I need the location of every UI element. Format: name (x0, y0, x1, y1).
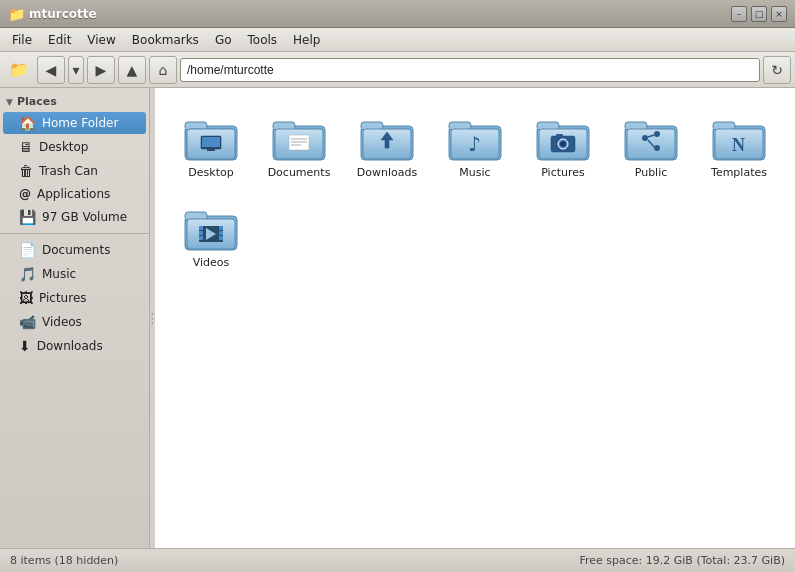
sidebar: ▼ Places 🏠 Home Folder 🖥 Desktop 🗑 Trash… (0, 88, 150, 548)
file-label-public: Public (635, 166, 668, 180)
history-dropdown-button[interactable]: ▾ (68, 56, 84, 84)
sidebar-item-applications-label: Applications (37, 187, 110, 201)
places-section-label: Places (17, 95, 57, 108)
svg-rect-45 (199, 226, 203, 230)
folder-documents-icon (271, 110, 327, 166)
svg-point-32 (642, 135, 648, 141)
sidebar-divider (0, 233, 149, 234)
svg-rect-47 (199, 236, 203, 240)
file-item-desktop[interactable]: Desktop (171, 104, 251, 186)
music-icon: 🎵 (19, 266, 36, 282)
downloads-icon: ⬇ (19, 338, 31, 354)
svg-point-34 (654, 145, 660, 151)
file-grid: Desktop (171, 104, 779, 277)
file-label-desktop: Desktop (188, 166, 233, 180)
svg-rect-48 (219, 226, 223, 230)
svg-rect-28 (556, 134, 563, 138)
file-area: Desktop (155, 88, 795, 548)
close-button[interactable]: × (771, 6, 787, 22)
sidebar-item-volume-label: 97 GB Volume (42, 210, 127, 224)
svg-rect-46 (199, 231, 203, 235)
app-icon: 📁 (8, 6, 25, 22)
menu-bar: File Edit View Bookmarks Go Tools Help (0, 28, 795, 52)
sidebar-resizer[interactable] (150, 88, 155, 548)
folder-templates-icon: N (711, 110, 767, 166)
file-label-videos: Videos (193, 256, 230, 270)
folder-public-icon (623, 110, 679, 166)
places-section-header[interactable]: ▼ Places (0, 92, 149, 111)
svg-rect-50 (219, 236, 223, 240)
svg-text:♪: ♪ (468, 132, 481, 156)
sidebar-item-applications[interactable]: @ Applications (3, 184, 146, 204)
file-item-templates[interactable]: N Templates (699, 104, 779, 186)
back-button[interactable]: ◀ (37, 56, 65, 84)
maximize-button[interactable]: □ (751, 6, 767, 22)
documents-icon: 📄 (19, 242, 36, 258)
folder-downloads-icon (359, 110, 415, 166)
title-bar: 📁 mturcotte – □ × (0, 0, 795, 28)
file-label-templates: Templates (711, 166, 767, 180)
sidebar-item-pictures-label: Pictures (39, 291, 87, 305)
file-item-public[interactable]: Public (611, 104, 691, 186)
applications-icon: @ (19, 187, 31, 201)
file-item-documents[interactable]: Documents (259, 104, 339, 186)
svg-point-27 (560, 141, 566, 147)
home-icon: 🏠 (19, 115, 36, 131)
minimize-button[interactable]: – (731, 6, 747, 22)
volume-icon: 💾 (19, 209, 36, 225)
location-icon: 📁 (4, 56, 34, 84)
file-item-music[interactable]: ♪ Music (435, 104, 515, 186)
sidebar-item-home[interactable]: 🏠 Home Folder (3, 112, 146, 134)
svg-rect-49 (219, 231, 223, 235)
sidebar-item-videos[interactable]: 📹 Videos (3, 311, 146, 333)
menu-tools[interactable]: Tools (240, 31, 286, 49)
file-label-downloads: Downloads (357, 166, 417, 180)
home-button[interactable]: ⌂ (149, 56, 177, 84)
status-bar: 8 items (18 hidden) Free space: 19.2 GiB… (0, 548, 795, 572)
sidebar-item-downloads[interactable]: ⬇ Downloads (3, 335, 146, 357)
sidebar-item-music-label: Music (42, 267, 76, 281)
address-input[interactable] (180, 58, 760, 82)
menu-bookmarks[interactable]: Bookmarks (124, 31, 207, 49)
svg-rect-5 (202, 137, 220, 147)
svg-rect-6 (207, 149, 215, 151)
sidebar-item-trash-label: Trash Can (39, 164, 98, 178)
menu-go[interactable]: Go (207, 31, 240, 49)
menu-edit[interactable]: Edit (40, 31, 79, 49)
address-bar-container (180, 58, 760, 82)
folder-desktop-icon (183, 110, 239, 166)
sidebar-item-documents-label: Documents (42, 243, 110, 257)
sidebar-item-volume[interactable]: 💾 97 GB Volume (3, 206, 146, 228)
window-controls: – □ × (731, 6, 787, 22)
menu-file[interactable]: File (4, 31, 40, 49)
sidebar-item-documents[interactable]: 📄 Documents (3, 239, 146, 261)
file-item-videos[interactable]: Videos (171, 194, 251, 276)
forward-button[interactable]: ▶ (87, 56, 115, 84)
file-item-downloads[interactable]: Downloads (347, 104, 427, 186)
reload-button[interactable]: ↻ (763, 56, 791, 84)
file-label-pictures: Pictures (541, 166, 585, 180)
folder-videos-icon (183, 200, 239, 256)
svg-text:N: N (732, 135, 745, 155)
main-area: ▼ Places 🏠 Home Folder 🖥 Desktop 🗑 Trash… (0, 88, 795, 548)
window-title: mturcotte (29, 7, 97, 21)
videos-icon: 📹 (19, 314, 36, 330)
menu-help[interactable]: Help (285, 31, 328, 49)
pictures-icon: 🖼 (19, 290, 33, 306)
items-count: 8 items (18 hidden) (10, 554, 118, 567)
sidebar-item-pictures[interactable]: 🖼 Pictures (3, 287, 146, 309)
sidebar-item-desktop[interactable]: 🖥 Desktop (3, 136, 146, 158)
menu-view[interactable]: View (79, 31, 123, 49)
sidebar-item-desktop-label: Desktop (39, 140, 89, 154)
sidebar-item-downloads-label: Downloads (37, 339, 103, 353)
svg-point-33 (654, 131, 660, 137)
free-space: Free space: 19.2 GiB (Total: 23.7 GiB) (579, 554, 785, 567)
folder-music-icon: ♪ (447, 110, 503, 166)
sidebar-item-music[interactable]: 🎵 Music (3, 263, 146, 285)
up-button[interactable]: ▲ (118, 56, 146, 84)
sidebar-item-trash[interactable]: 🗑 Trash Can (3, 160, 146, 182)
toolbar: 📁 ◀ ▾ ▶ ▲ ⌂ ↻ (0, 52, 795, 88)
folder-pictures-icon (535, 110, 591, 166)
file-item-pictures[interactable]: Pictures (523, 104, 603, 186)
sidebar-item-home-label: Home Folder (42, 116, 118, 130)
